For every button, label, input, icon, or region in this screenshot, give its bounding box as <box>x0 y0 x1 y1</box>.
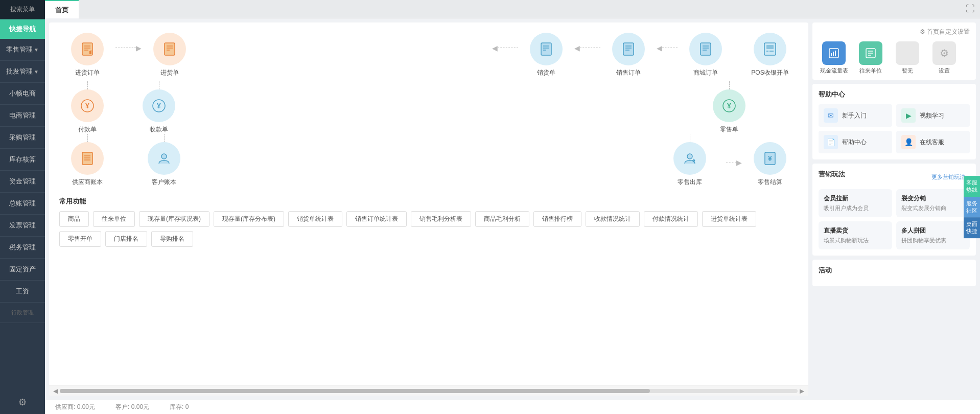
qa-item-cashflow[interactable]: 现金流量表 <box>819 41 849 75</box>
sidebar-settings-icon[interactable]: ⚙ <box>0 390 45 414</box>
scroll-thumb <box>60 389 650 393</box>
sidebar-item-xiaochang[interactable]: 小畅电商 <box>0 83 45 105</box>
qa-item-counterpart[interactable]: 往来单位 <box>855 41 886 75</box>
help-item-help[interactable]: 📄 帮助中心 <box>819 131 892 153</box>
sidebar-item-ecommerce[interactable]: 电商管理 <box>0 105 45 127</box>
float-btn-community[interactable]: 服务社区 <box>964 197 980 218</box>
common-functions: 常用功能 商品 往来单位 现存量(库存状况表) 现存量(库存分布表) 销货单统计… <box>49 192 808 385</box>
receipt-icon[interactable]: ¥ <box>143 89 175 122</box>
sidebar-item-label: 工资 <box>16 287 29 296</box>
sidebar-item-label: 零售管理 <box>6 45 33 54</box>
expand-icon[interactable]: ⛶ <box>966 4 980 14</box>
none-icon <box>896 41 919 65</box>
sidebar-item-label: 小畅电商 <box>9 89 36 98</box>
sidebar-item-salary[interactable]: 工资 <box>0 281 45 303</box>
settings-icon: ⚙ <box>932 41 956 65</box>
sidebar: 搜索菜单 快捷导航 零售管理 ▼ 批发管理 ▼ 小畅电商 电商管理 采购管理 库… <box>0 0 45 414</box>
qa-item-settings[interactable]: ⚙ 设置 <box>929 41 960 75</box>
counterpart-icon <box>859 41 882 65</box>
marketing-fission[interactable]: 裂变分销 裂变式发展分销商 <box>896 189 970 217</box>
sidebar-item-finance[interactable]: 资金管理 <box>0 171 45 193</box>
pos-icon[interactable] <box>754 33 786 65</box>
svg-point-35 <box>687 154 692 159</box>
cf-btn-stock1[interactable]: 现存量(库存状况表) <box>139 211 209 227</box>
sales-icon[interactable] <box>530 33 563 65</box>
retail-outbound-icon[interactable] <box>673 142 706 175</box>
svg-rect-21 <box>766 45 774 49</box>
cf-btn-retail-order[interactable]: 零售开单 <box>59 231 101 247</box>
marketing-member[interactable]: 会员拉新 吸引用户成为会员 <box>819 189 892 217</box>
sidebar-item-invoice[interactable]: 发票管理 <box>0 215 45 237</box>
quick-access: ⚙ 首页自定义设置 现金流量表 <box>812 22 976 80</box>
customer-account-icon[interactable] <box>148 142 180 175</box>
qa-settings[interactable]: ⚙ 首页自定义设置 <box>819 28 970 36</box>
video-label: 视频学习 <box>920 111 944 120</box>
sidebar-item-tax[interactable]: 税务管理 <box>0 237 45 259</box>
help-item-service[interactable]: 👤 在线客服 <box>896 131 970 153</box>
purchase-icon[interactable] <box>153 33 186 65</box>
cf-btn-guide-rank[interactable]: 导购排名 <box>151 231 193 247</box>
cf-title: 常用功能 <box>59 197 798 206</box>
flow-diagram: 进货订单 ▶ <box>49 22 808 192</box>
sidebar-item-wholesale[interactable]: 批发管理 ▼ <box>0 61 45 83</box>
cf-btn-sales-rank[interactable]: 销售排行榜 <box>533 211 581 227</box>
marketing-group[interactable]: 多人拼团 拼团购物享受优惠 <box>896 221 970 249</box>
group-title: 多人拼团 <box>901 226 965 235</box>
cf-btn-purchase-stat[interactable]: 进货单统计表 <box>702 211 756 227</box>
cf-btn-counterpart[interactable]: 往来单位 <box>93 211 135 227</box>
retail-settlement-icon[interactable]: ¥ <box>754 142 786 175</box>
sidebar-item-purchase[interactable]: 采购管理 <box>0 127 45 149</box>
cf-btn-sales-stat[interactable]: 销货单统计表 <box>288 211 342 227</box>
cf-btn-goods-profit[interactable]: 商品毛利分析 <box>475 211 529 227</box>
sales-order-icon[interactable] <box>612 33 645 65</box>
scroll-right-icon[interactable]: ▶ <box>798 387 806 395</box>
sidebar-search[interactable]: 搜索菜单 <box>0 0 45 19</box>
flow-row-3: 供应商账本 客户账本 <box>59 134 798 187</box>
sidebar-quicknav[interactable]: 快捷导航 <box>0 19 45 39</box>
cf-btn-payment-stat[interactable]: 付款情况统计 <box>644 211 698 227</box>
cf-btn-sales-order-stat[interactable]: 销售订单统计表 <box>346 211 407 227</box>
sidebar-item-admin[interactable]: 行政管理 <box>0 303 45 323</box>
scroll-bar: ◀ ▶ <box>49 385 808 396</box>
cf-btn-goods[interactable]: 商品 <box>59 211 89 227</box>
bottom-stats: 供应商: 0.00元 客户: 0.00元 库存: 0 <box>45 400 980 414</box>
beginner-icon: ✉ <box>824 108 838 123</box>
none-label: 暂无 <box>902 67 913 75</box>
retail-order-icon[interactable]: ¥ <box>713 89 745 122</box>
purchase-label: 进货单 <box>160 68 179 77</box>
live-title: 直播卖货 <box>824 226 887 235</box>
retail-settlement-label: 零售结算 <box>758 178 782 187</box>
sidebar-item-fixed-assets[interactable]: 固定资产 <box>0 259 45 281</box>
cf-btn-receipt-stat[interactable]: 收款情况统计 <box>586 211 640 227</box>
help-center: 帮助中心 ✉ 新手入门 ▶ 视频学习 📄 帮助中心 👤 <box>812 84 976 159</box>
activity-section: 活动 <box>812 260 976 286</box>
sidebar-item-retail[interactable]: 零售管理 ▼ <box>0 39 45 61</box>
cf-btn-gross-profit[interactable]: 销售毛利分析表 <box>411 211 471 227</box>
group-desc: 拼团购物享受优惠 <box>901 237 965 244</box>
sidebar-item-inventory[interactable]: 库存核算 <box>0 149 45 171</box>
float-btn-service[interactable]: 客服热线 <box>964 176 980 197</box>
tab-home[interactable]: 首页 <box>45 0 79 18</box>
fission-title: 裂变分销 <box>901 194 965 203</box>
supplier-account-icon[interactable] <box>71 142 104 175</box>
flow-row-2: ¥ 付款单 <box>59 81 798 134</box>
help-item-beginner[interactable]: ✉ 新手入门 <box>819 104 892 127</box>
scroll-track[interactable] <box>60 389 798 393</box>
sidebar-item-label: 总账管理 <box>9 199 36 208</box>
help-item-video[interactable]: ▶ 视频学习 <box>896 104 970 127</box>
qa-item-none: 暂无 <box>892 41 923 75</box>
sidebar-arrow-icon: ▼ <box>34 47 39 53</box>
purchase-order-icon[interactable] <box>71 33 104 65</box>
sidebar-item-label: 采购管理 <box>9 133 36 142</box>
payment-icon[interactable]: ¥ <box>71 89 104 122</box>
mall-order-label: 商城订单 <box>693 68 718 77</box>
cf-buttons-container: 商品 往来单位 现存量(库存状况表) 现存量(库存分布表) 销货单统计表 销售订… <box>59 211 798 247</box>
sidebar-item-ledger[interactable]: 总账管理 <box>0 193 45 215</box>
scroll-left-icon[interactable]: ◀ <box>51 387 60 395</box>
cf-btn-store-rank[interactable]: 门店排名 <box>105 231 147 247</box>
cf-btn-stock2[interactable]: 现存量(库存分布表) <box>214 211 284 227</box>
mall-order-icon[interactable] <box>689 33 722 65</box>
float-btn-desktop[interactable]: 桌面快捷 <box>964 217 980 238</box>
flow-node-pos: POS收银开单 <box>742 33 798 77</box>
marketing-live[interactable]: 直播卖货 场景式购物新玩法 <box>819 221 892 249</box>
